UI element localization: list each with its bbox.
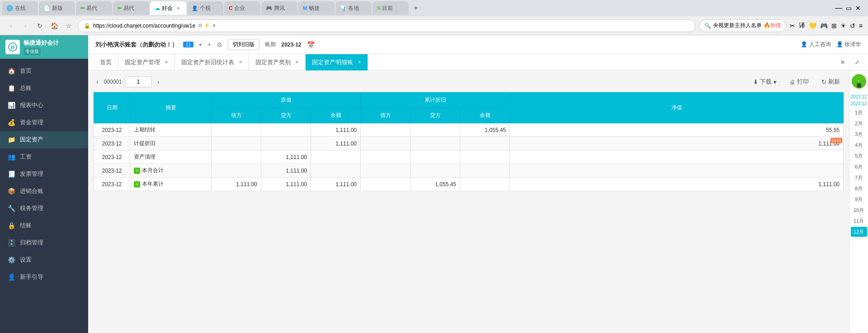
archive-nav-icon: 🗄️ xyxy=(7,239,15,247)
close-icon[interactable]: ✕ xyxy=(855,5,861,12)
cell-orig-balance: 1,111.00 xyxy=(311,137,361,150)
browser-tab-geshui[interactable]: 👤 个税 xyxy=(187,1,223,15)
back-button[interactable]: ‹ xyxy=(5,20,16,31)
tab-close-asset-category[interactable]: ✕ xyxy=(295,60,299,65)
month-5[interactable]: 5月 xyxy=(851,151,867,161)
month-6[interactable]: 6月 xyxy=(851,162,867,172)
browser-tab-qiye[interactable]: C 企业 xyxy=(224,1,260,15)
page-number-input[interactable] xyxy=(125,76,152,87)
sidebar-item-inventory[interactable]: 📦 进销台账 xyxy=(0,183,88,200)
help-float-button[interactable]: ↑ xyxy=(852,74,866,89)
col-original-value: 原值 xyxy=(212,93,361,108)
browser-tab-tengxun[interactable]: 🎮 腾讯 xyxy=(261,1,297,15)
sidebar-item-settings[interactable]: ⚙️ 设置 xyxy=(0,251,88,268)
brightness-icon[interactable]: ☀ xyxy=(840,22,846,29)
month-12[interactable]: 12月 xyxy=(851,227,867,237)
browser-tab-yidai2[interactable]: ✏ 易代 xyxy=(113,1,149,15)
user-info[interactable]: 👤 徐泽华 xyxy=(836,41,861,48)
home-nav-icon: 🏠 xyxy=(7,67,15,75)
game-icon[interactable]: 🎮 xyxy=(820,22,828,29)
new-tab-button[interactable]: + xyxy=(410,2,422,14)
browser-tab-muqian[interactable]: S 目前 xyxy=(373,1,409,15)
month-2[interactable]: 2月 xyxy=(851,118,867,128)
settings-icon[interactable]: ⚙ xyxy=(217,41,222,48)
tab-home[interactable]: 首页 xyxy=(94,54,118,70)
month-7[interactable]: 7月 xyxy=(851,173,867,183)
assets-nav-icon: 📁 xyxy=(7,136,15,144)
month-8[interactable]: 8月 xyxy=(851,183,867,193)
history-back-icon[interactable]: ↺ xyxy=(850,22,855,29)
browser-tab-yidai1[interactable]: ✏ 易代 xyxy=(76,1,112,15)
wallet-icon[interactable]: 💛 xyxy=(809,22,816,29)
extensions-icon: ⚙ ⚡ xyxy=(198,23,210,28)
browser-tab-haohui[interactable]: ☁ 好会 ✕ xyxy=(150,1,186,15)
minimize-icon[interactable]: — xyxy=(835,4,842,12)
cell-orig-debit xyxy=(212,164,261,178)
forward-button[interactable]: › xyxy=(20,20,31,31)
col-net-value: 净值 xyxy=(510,93,844,123)
tab-close-asset-management[interactable]: ✕ xyxy=(165,60,168,65)
sidebar-item-general-ledger[interactable]: 📋 总账 xyxy=(0,80,88,97)
sidebar-item-funds[interactable]: 💰 资金管理 xyxy=(0,114,88,131)
sidebar-item-tax[interactable]: 🔧 税务管理 xyxy=(0,200,88,217)
tab-asset-detail-ledger[interactable]: 固定资产明细账 ✕ xyxy=(306,54,368,70)
month-11[interactable]: 11月 xyxy=(851,216,867,226)
scissors-icon[interactable]: ✂ xyxy=(790,22,795,29)
browser-tab-zaixin[interactable]: 🌐 在线 xyxy=(2,1,38,15)
ledger-area: ‹ 000001 › ⬇ 下载 ▾ 🖨 打印 xyxy=(88,70,849,333)
browser-tab-gedi[interactable]: 📊 各地 xyxy=(335,1,372,15)
next-page-button[interactable]: › xyxy=(155,77,162,86)
browser-tab-changjie[interactable]: M 畅捷 xyxy=(298,1,335,15)
sidebar-item-home[interactable]: 🏠 首页 xyxy=(0,62,88,80)
expand-tab-button[interactable]: ⤢ xyxy=(852,57,863,68)
payroll-nav-icon: 👥 xyxy=(7,153,15,161)
cell-date: 2023-12 xyxy=(94,123,130,137)
url-bar[interactable]: 🔒 https://cloud.chanjet.com/accounting/u… xyxy=(78,19,696,32)
prev-page-button[interactable]: ‹ xyxy=(94,77,101,86)
sidebar-label-invoice: 发票管理 xyxy=(20,170,43,178)
period-value: 2023-12 xyxy=(281,42,301,48)
month-1[interactable]: 1月 xyxy=(851,108,867,117)
browser-tab-xinban[interactable]: 📄 新版 xyxy=(39,1,75,15)
sidebar-item-payroll[interactable]: 👥 工资 xyxy=(0,148,88,165)
sidebar-item-invoice[interactable]: 🧾 发票管理 xyxy=(0,165,88,183)
sidebar-item-closing[interactable]: 🔒 结账 xyxy=(0,217,88,234)
tab-asset-category[interactable]: 固定资产类别 ✕ xyxy=(249,54,306,70)
tab-asset-management[interactable]: 固定资产管理 ✕ xyxy=(118,54,175,70)
refresh-button[interactable]: ↻ 刷新 xyxy=(818,76,844,88)
tab-close-icon[interactable]: ✕ xyxy=(176,6,180,11)
restore-icon[interactable]: ▭ xyxy=(846,5,852,12)
sidebar-item-reports[interactable]: 📊 报表中心 xyxy=(0,97,88,114)
cell-dep-credit xyxy=(410,150,460,164)
sidebar-item-guide[interactable]: 👤 新手引导 xyxy=(0,268,88,286)
sidebar-item-archive[interactable]: 🗄️ 归档管理 xyxy=(0,234,88,251)
download-button[interactable]: ⬇ 下载 ▾ xyxy=(750,76,780,88)
tab-close-depreciation-stats[interactable]: ✕ xyxy=(239,60,242,65)
switch-version-button[interactable]: 切到旧版 xyxy=(228,39,259,50)
calendar-icon[interactable]: 📅 xyxy=(307,41,315,48)
home-button[interactable]: 🏠 xyxy=(49,20,60,31)
reload-button[interactable]: ↻ xyxy=(34,20,45,31)
sidebar-item-fixed-assets[interactable]: 📁 固定资产 xyxy=(0,131,88,148)
collapse-tab-button[interactable]: ✕ xyxy=(837,57,848,68)
dropdown-icon[interactable]: ▾ xyxy=(213,23,216,28)
menu-icon[interactable]: ≡ xyxy=(859,22,863,29)
sidebar-label-funds: 资金管理 xyxy=(20,118,43,127)
tab-close-asset-detail-ledger[interactable]: ✕ xyxy=(358,60,361,65)
add-account-icon[interactable]: + xyxy=(207,41,211,49)
search-bar[interactable]: 🔍 央视更新主持人名单 🔥热搜 xyxy=(699,19,786,32)
cell-date: 2023-12 xyxy=(94,164,130,178)
dropdown-arrow-icon[interactable]: ▾ xyxy=(199,42,202,48)
grid-icon[interactable]: ⊞ xyxy=(831,22,837,29)
month-10[interactable]: 10月 xyxy=(851,205,867,215)
tab-depreciation-stats[interactable]: 固定资产折旧统计表 ✕ xyxy=(175,54,249,70)
bookmark-button[interactable]: ☆ xyxy=(63,20,74,31)
month-9[interactable]: 9月 xyxy=(851,194,867,204)
month-3[interactable]: 3月 xyxy=(851,129,867,139)
print-button[interactable]: 🖨 打印 xyxy=(786,76,812,88)
month-4[interactable]: 4月 xyxy=(851,140,867,150)
download-dropdown-icon[interactable]: ▾ xyxy=(774,79,777,85)
cell-summary: +本月合计 xyxy=(130,164,212,178)
help-button[interactable]: 👤 人工咨询 xyxy=(801,41,830,48)
translate-icon[interactable]: 译 xyxy=(799,22,805,30)
